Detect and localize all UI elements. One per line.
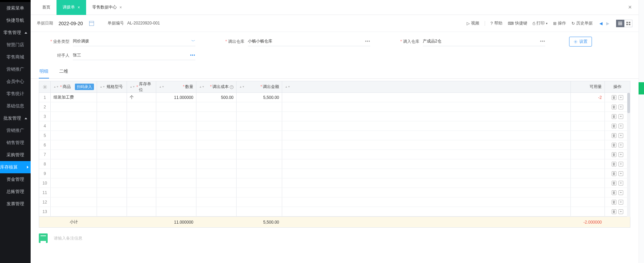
cell-unit[interactable] xyxy=(127,169,156,178)
cell-unit[interactable] xyxy=(127,150,156,159)
sidebar-group-retail[interactable]: 零售管理 xyxy=(0,27,31,39)
view-list-button[interactable] xyxy=(616,20,624,27)
note-icon[interactable] xyxy=(39,233,48,243)
cell-product[interactable] xyxy=(51,131,97,140)
add-row-icon[interactable]: + xyxy=(618,209,623,214)
view-card-button[interactable] xyxy=(624,20,632,27)
cell-product[interactable] xyxy=(51,207,97,216)
add-row-icon[interactable]: + xyxy=(618,124,623,128)
cell-cost[interactable] xyxy=(196,169,237,178)
history-link[interactable]: ↻历史单据 xyxy=(571,20,593,26)
delete-row-icon[interactable]: 🗑 xyxy=(612,105,616,109)
th-product[interactable]: ▲▼*商品扫码录入 xyxy=(51,81,97,92)
cell-qty[interactable] xyxy=(156,140,196,150)
table-row[interactable]: 3🗑+ xyxy=(39,112,630,121)
add-row-icon[interactable]: + xyxy=(618,171,623,176)
outwh-select[interactable]: 小畅小畅仓库 ••• xyxy=(248,37,370,46)
cell-qty[interactable] xyxy=(156,178,196,188)
cell-cost[interactable] xyxy=(196,188,237,197)
th-settings[interactable] xyxy=(39,81,51,92)
sidebar-item-basicinfo[interactable]: 基础信息 xyxy=(0,100,31,112)
sidebar-group-wholesale[interactable]: 批发管理 xyxy=(0,112,31,124)
cell-unit[interactable] xyxy=(127,140,156,150)
add-row-icon[interactable]: + xyxy=(618,133,623,138)
table-row[interactable]: 5🗑+ xyxy=(39,131,630,140)
cell-unit[interactable] xyxy=(127,112,156,121)
delete-row-icon[interactable]: 🗑 xyxy=(612,133,616,138)
table-row[interactable]: 7🗑+ xyxy=(39,150,630,159)
delete-row-icon[interactable]: 🗑 xyxy=(612,181,616,186)
cell-amount[interactable] xyxy=(237,207,282,216)
cell-spec[interactable] xyxy=(97,178,127,188)
cell-unit[interactable] xyxy=(127,159,156,169)
cell-unit[interactable]: 个 xyxy=(127,93,156,102)
cell-amount[interactable]: 5,500.00 xyxy=(237,93,282,102)
cell-spec[interactable] xyxy=(97,169,127,178)
cell-product[interactable] xyxy=(51,188,97,197)
delete-row-icon[interactable]: 🗑 xyxy=(612,162,616,166)
sidebar-item-sales[interactable]: 销售管理 xyxy=(0,137,31,149)
help-link[interactable]: ?帮助 xyxy=(490,20,502,26)
table-row[interactable]: 2🗑+ xyxy=(39,102,630,112)
delete-row-icon[interactable]: 🗑 xyxy=(612,209,616,214)
sidebar-item-marketing2[interactable]: 营销推广 xyxy=(0,124,31,137)
cell-unit[interactable] xyxy=(127,121,156,130)
sidebar-item-invoice[interactable]: 发票管理 xyxy=(0,198,31,210)
sidebar-item-inventory[interactable]: 库存核算 xyxy=(0,161,31,173)
sidebar-item-ledger[interactable]: 总账管理 xyxy=(0,186,31,198)
cell-cost[interactable] xyxy=(196,112,237,121)
prev-arrow[interactable]: ◀ xyxy=(598,21,604,26)
cell-spec[interactable] xyxy=(97,197,127,207)
table-row[interactable]: 10🗑+ xyxy=(39,178,630,188)
cell-spec[interactable] xyxy=(97,93,127,102)
add-row-icon[interactable]: + xyxy=(618,152,623,157)
th-amount[interactable]: ▲▼*调出金额 xyxy=(237,81,282,92)
sidebar-item-quicknav[interactable]: 快捷导航 xyxy=(0,14,31,27)
table-row[interactable]: 6🗑+ xyxy=(39,140,630,150)
cell-unit[interactable] xyxy=(127,102,156,111)
th-available[interactable]: 可用量 xyxy=(571,81,605,92)
hotkey-link[interactable]: ⌨快捷键 xyxy=(508,20,527,26)
tab-transfer[interactable]: 调拨单× xyxy=(57,0,86,15)
remark-input[interactable]: 请输入备注信息 xyxy=(54,233,630,243)
cell-product[interactable] xyxy=(51,159,97,169)
cell-product[interactable] xyxy=(51,169,97,178)
cell-qty[interactable] xyxy=(156,112,196,121)
cell-spec[interactable] xyxy=(97,207,127,216)
subtab-2d[interactable]: 二维 xyxy=(59,65,69,78)
cell-amount[interactable] xyxy=(237,169,282,178)
cell-cost[interactable]: 500.00 xyxy=(196,93,237,102)
cell-qty[interactable] xyxy=(156,197,196,207)
ops-link[interactable]: ⊞操作 xyxy=(553,20,566,26)
cell-amount[interactable] xyxy=(237,150,282,159)
add-row-icon[interactable]: + xyxy=(618,190,623,195)
cell-amount[interactable] xyxy=(237,178,282,188)
sidebar-item-retailmall[interactable]: 零售商城 xyxy=(0,51,31,63)
tab-retaildata[interactable]: 零售数据中心× xyxy=(86,0,128,15)
subtab-detail[interactable]: 明细 xyxy=(39,65,49,78)
cell-unit[interactable] xyxy=(127,178,156,188)
table-scrollbar[interactable] xyxy=(627,92,630,217)
add-row-icon[interactable]: + xyxy=(618,105,623,109)
cell-amount[interactable] xyxy=(237,140,282,150)
cell-product[interactable] xyxy=(51,121,97,130)
cell-qty[interactable] xyxy=(156,121,196,130)
cell-spec[interactable] xyxy=(97,121,127,130)
cell-spec[interactable] xyxy=(97,140,127,150)
delete-row-icon[interactable]: 🗑 xyxy=(612,200,616,205)
th-qty[interactable]: ▲▼*数量 xyxy=(156,81,196,92)
next-arrow[interactable]: ▶ xyxy=(605,21,611,26)
table-row[interactable]: 9🗑+ xyxy=(39,169,630,178)
cell-amount[interactable] xyxy=(237,188,282,197)
inwh-select[interactable]: 产成品2仓 ••• xyxy=(423,37,545,46)
cell-qty[interactable] xyxy=(156,188,196,197)
tab-home[interactable]: 首页 xyxy=(36,0,57,15)
cell-unit[interactable] xyxy=(127,207,156,216)
table-row[interactable]: 12🗑+ xyxy=(39,197,630,207)
cell-amount[interactable] xyxy=(237,102,282,111)
cell-cost[interactable] xyxy=(196,140,237,150)
delete-row-icon[interactable]: 🗑 xyxy=(612,124,616,128)
handler-select[interactable]: 张三 ••• xyxy=(73,51,195,60)
cell-spec[interactable] xyxy=(97,150,127,159)
table-row[interactable]: 11🗑+ xyxy=(39,188,630,197)
